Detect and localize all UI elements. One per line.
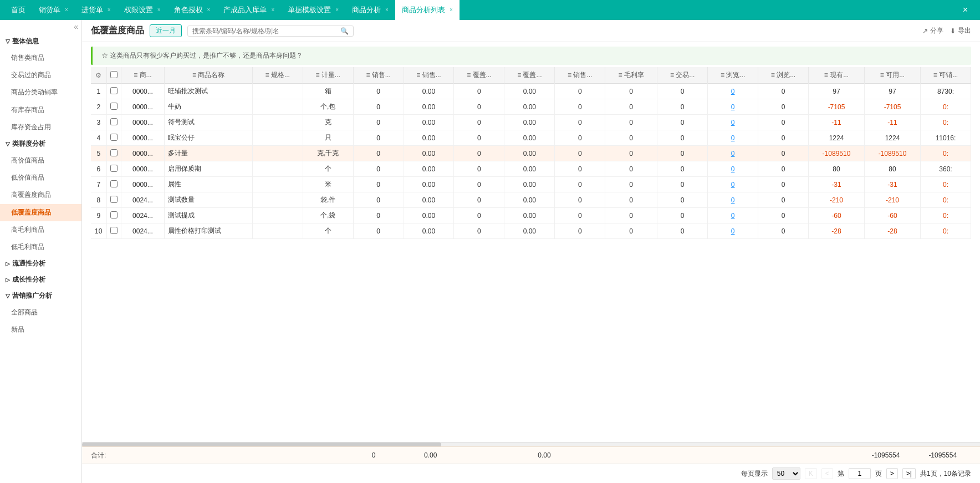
col-header-cover1[interactable]: ≡ 覆盖... bbox=[454, 67, 504, 84]
filter-period-button[interactable]: 近一月 bbox=[150, 24, 182, 37]
nav-product-analysis-list[interactable]: 商品分析列表 × bbox=[395, 0, 460, 20]
row-name: 多计量 bbox=[165, 146, 253, 161]
horizontal-scrollbar[interactable] bbox=[82, 442, 980, 446]
row-sales3: 0 bbox=[555, 223, 605, 239]
nav-home[interactable]: 首页 bbox=[4, 0, 32, 20]
nav-purchase-order[interactable]: 进货单 × bbox=[75, 0, 118, 20]
sidebar-item-low-margin[interactable]: 低毛利商品 bbox=[0, 238, 81, 256]
nav-sales-order[interactable]: 销货单 × bbox=[32, 0, 75, 20]
col-header-trade[interactable]: ≡ 交易... bbox=[657, 67, 708, 84]
search-input[interactable] bbox=[192, 27, 338, 35]
row-select-checkbox[interactable] bbox=[110, 149, 118, 156]
nav-role-auth[interactable]: 角色授权 × bbox=[167, 0, 217, 20]
sidebar-item-all-goods[interactable]: 全部商品 bbox=[0, 304, 81, 321]
table-settings-icon[interactable]: ⚙ bbox=[95, 72, 101, 79]
sidebar-section-marketing[interactable]: ▽ 营销推广分析 bbox=[0, 288, 81, 304]
row-checkbox[interactable] bbox=[106, 99, 121, 115]
row-select-checkbox[interactable] bbox=[110, 227, 118, 234]
page-number-input[interactable] bbox=[849, 468, 871, 479]
nav-close-icon[interactable]: × bbox=[450, 0, 453, 20]
nav-template-settings[interactable]: 单据模板设置 × bbox=[281, 0, 345, 20]
select-all-checkbox[interactable] bbox=[110, 71, 118, 78]
sidebar-item-high-value[interactable]: 高价值商品 bbox=[0, 152, 81, 169]
sidebar-collapse-button[interactable]: « bbox=[0, 20, 81, 33]
sidebar-item-traded-goods[interactable]: 交易过的商品 bbox=[0, 67, 81, 84]
col-header-sales2[interactable]: ≡ 销售... bbox=[404, 67, 454, 84]
row-select-checkbox[interactable] bbox=[110, 165, 118, 172]
col-header-cover2[interactable]: ≡ 覆盖... bbox=[504, 67, 555, 84]
row-select-checkbox[interactable] bbox=[110, 211, 118, 218]
sidebar-item-low-value[interactable]: 低价值商品 bbox=[0, 169, 81, 186]
next-page-button[interactable]: > bbox=[886, 468, 898, 479]
row-checkbox[interactable] bbox=[106, 208, 121, 223]
row-checkbox[interactable] bbox=[106, 146, 121, 161]
per-page-select[interactable]: 2050100200 bbox=[772, 467, 800, 480]
row-checkbox[interactable] bbox=[106, 223, 121, 239]
nav-close-icon[interactable]: × bbox=[65, 0, 68, 20]
row-name: 牛奶 bbox=[165, 99, 253, 115]
row-select-checkbox[interactable] bbox=[110, 180, 118, 187]
row-select-checkbox[interactable] bbox=[110, 196, 118, 203]
nav-close-icon[interactable]: × bbox=[271, 0, 274, 20]
nav-close-icon[interactable]: × bbox=[335, 0, 339, 20]
col-header-unit[interactable]: ≡ 计量... bbox=[303, 67, 353, 84]
nav-close-icon[interactable]: × bbox=[385, 0, 389, 20]
last-page-button[interactable]: >| bbox=[902, 468, 916, 479]
col-header-name[interactable]: ≡ 商品名称 bbox=[165, 67, 253, 84]
row-checkbox[interactable] bbox=[106, 130, 121, 146]
sidebar-section-overall[interactable]: ▽ 整体信息 bbox=[0, 33, 81, 49]
nav-permissions[interactable]: 权限设置 × bbox=[118, 0, 167, 20]
col-header-gross-margin[interactable]: ≡ 毛利率 bbox=[605, 67, 657, 84]
sidebar-section-liquidity[interactable]: ▷ 流通性分析 bbox=[0, 256, 81, 272]
row-checkbox[interactable] bbox=[106, 84, 121, 99]
row-checkbox[interactable] bbox=[106, 161, 121, 177]
row-select-checkbox[interactable] bbox=[110, 134, 118, 141]
sidebar-item-new-products[interactable]: 新品 bbox=[0, 321, 81, 338]
row-checkbox[interactable] bbox=[106, 115, 121, 130]
settings-col-header[interactable]: ⚙ bbox=[91, 67, 106, 84]
row-gross-margin: 0 bbox=[605, 223, 657, 239]
table-wrapper[interactable]: ⚙ ≡ 商... ≡ 商品名称 ≡ 规格... bbox=[82, 67, 980, 442]
row-select-checkbox[interactable] bbox=[110, 87, 118, 94]
col-header-browse2[interactable]: ≡ 浏览... bbox=[758, 67, 809, 84]
sidebar-item-high-coverage[interactable]: 高覆盖度商品 bbox=[0, 186, 81, 204]
sidebar-item-sales-goods[interactable]: 销售类商品 bbox=[0, 49, 81, 67]
first-page-button[interactable]: K bbox=[805, 468, 817, 479]
col-header-sales1[interactable]: ≡ 销售... bbox=[353, 67, 404, 84]
nav-close-icon[interactable]: × bbox=[207, 0, 211, 20]
row-checkbox[interactable] bbox=[106, 192, 121, 208]
prev-page-button[interactable]: < bbox=[821, 468, 833, 479]
window-close-button[interactable]: × bbox=[955, 0, 976, 20]
col-header-code[interactable]: ≡ 商... bbox=[121, 67, 165, 84]
sidebar-section-group-analysis[interactable]: ▽ 类群度分析 bbox=[0, 136, 81, 152]
nav-finished-goods[interactable]: 产成品入库单 × bbox=[217, 0, 281, 20]
col-header-current[interactable]: ≡ 现有... bbox=[808, 67, 864, 84]
col-header-saleable[interactable]: ≡ 可销... bbox=[921, 67, 971, 84]
col-header-sales3[interactable]: ≡ 销售... bbox=[555, 67, 605, 84]
sidebar-item-inventory-capital[interactable]: 库存资金占用 bbox=[0, 119, 81, 136]
share-button[interactable]: ↗ 分享 bbox=[922, 26, 943, 35]
sidebar-item-category-turnover[interactable]: 商品分类动销率 bbox=[0, 84, 81, 101]
export-button[interactable]: ⬇ 导出 bbox=[950, 26, 971, 35]
sidebar-item-stocked-goods[interactable]: 有库存商品 bbox=[0, 101, 81, 119]
nav-product-analysis[interactable]: 商品分析 × bbox=[345, 0, 395, 20]
nav-close-icon[interactable]: × bbox=[108, 0, 111, 20]
col-header-browse1[interactable]: ≡ 浏览... bbox=[708, 67, 758, 84]
sidebar-item-high-margin[interactable]: 高毛利商品 bbox=[0, 221, 81, 238]
nav-close-icon[interactable]: × bbox=[157, 0, 161, 20]
sidebar-section-growth[interactable]: ▷ 成长性分析 bbox=[0, 272, 81, 288]
row-spec bbox=[252, 130, 303, 146]
row-sales3: 0 bbox=[555, 192, 605, 208]
row-trade: 0 bbox=[657, 161, 708, 177]
row-gross-margin: 0 bbox=[605, 84, 657, 99]
row-checkbox[interactable] bbox=[106, 177, 121, 192]
search-icon[interactable]: 🔍 bbox=[340, 27, 349, 35]
col-header-available[interactable]: ≡ 可用... bbox=[864, 67, 920, 84]
col-header-spec[interactable]: ≡ 规格... bbox=[252, 67, 303, 84]
checkbox-col-header[interactable] bbox=[106, 67, 121, 84]
row-select-checkbox[interactable] bbox=[110, 103, 118, 110]
row-sales1: 0 bbox=[353, 192, 404, 208]
sidebar-item-low-coverage[interactable]: 低覆盖度商品 bbox=[0, 204, 81, 221]
row-select-checkbox[interactable] bbox=[110, 118, 118, 125]
row-spec bbox=[252, 161, 303, 177]
